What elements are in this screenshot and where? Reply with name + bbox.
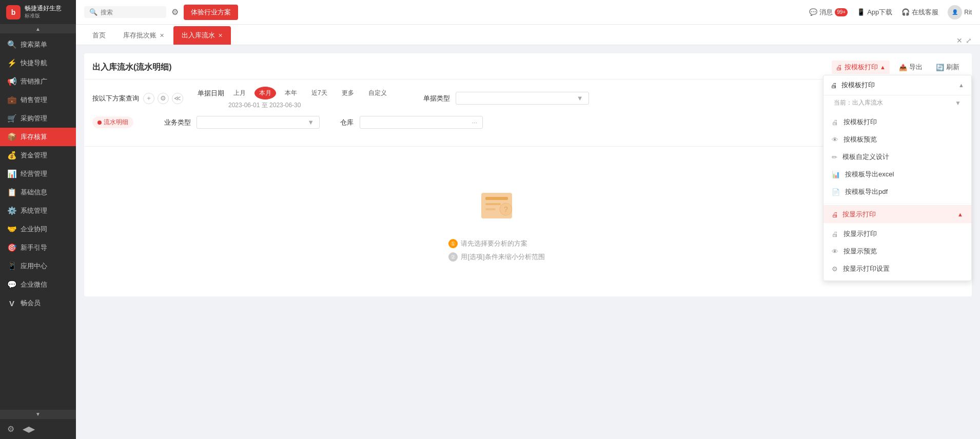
message-icon: 💬 xyxy=(809,8,817,16)
display-print-header[interactable]: 🖨 按显示打印 ▲ xyxy=(824,205,971,223)
dropdown-current: 当前：出入库流水 ▼ xyxy=(824,95,971,111)
tab-fullscreen-icon[interactable]: ⤢ xyxy=(966,36,972,45)
warehouse-label: 仓库 xyxy=(340,118,356,127)
collab-icon: 🤝 xyxy=(7,225,16,234)
sidebar-item-system[interactable]: ⚙️ 系统管理 xyxy=(0,202,76,220)
sidebar-item-marketing[interactable]: 📢 营销推广 xyxy=(0,72,76,91)
sidebar-scroll-down[interactable]: ▼ xyxy=(0,410,76,418)
tab-batch-close[interactable]: ✕ xyxy=(160,32,164,39)
warehouse-select[interactable]: ··· xyxy=(360,116,483,129)
sidebar-item-search[interactable]: 🔍 搜索菜单 xyxy=(0,35,76,54)
display-section-title: 🖨 按显示打印 xyxy=(832,210,876,219)
header-gear-icon[interactable]: ⚙ xyxy=(171,7,179,17)
display-preview-label: 按显示预览 xyxy=(844,247,877,256)
refresh-button[interactable]: 🔄 刷新 xyxy=(932,61,964,74)
display-printer-icon: 🖨 xyxy=(832,211,838,218)
warehouse-more-btn[interactable]: ··· xyxy=(472,118,477,126)
sidebar-scroll-up[interactable]: ▲ xyxy=(0,25,76,33)
sidebar-item-guide[interactable]: 🎯 新手引导 xyxy=(0,238,76,257)
display-excel-item[interactable]: 📊 按显示导出excel xyxy=(824,277,971,281)
tab-home[interactable]: 首页 xyxy=(84,26,114,45)
tab-close-all-icon[interactable]: ✕ xyxy=(956,36,963,45)
headset-icon: 🎧 xyxy=(901,8,910,16)
page-title: 出入库流水(流水明细) xyxy=(92,62,172,73)
template-excel-label: 按模板导出excel xyxy=(845,170,894,179)
tab-flow[interactable]: 出入库流水 ✕ xyxy=(173,26,231,45)
message-badge: 99+ xyxy=(835,8,848,16)
tab-batch[interactable]: 库存批次账 ✕ xyxy=(115,26,172,45)
printer-icon: 🖨 xyxy=(836,64,842,71)
message-badge-item[interactable]: 💬 消息 99+ xyxy=(809,8,848,17)
app-center-icon: 📱 xyxy=(7,262,16,271)
empty-steps: ① 请先选择要分析的方案 ② 用[选项]条件来缩小分析范围 xyxy=(448,239,544,266)
svg-rect-3 xyxy=(485,208,496,210)
date-label: 单据日期 xyxy=(198,89,226,98)
fold-sidebar-icon[interactable]: ◀▶ xyxy=(23,424,35,434)
sidebar-nav: 🔍 搜索菜单 ⚡ 快捷导航 📢 营销推广 💼 销售管理 🛒 采购管理 📦 库存核… xyxy=(0,33,76,410)
display-settings-item[interactable]: ⚙ 按显示打印设置 xyxy=(824,260,971,277)
display-print-item[interactable]: 🖨 按显示打印 xyxy=(824,225,971,243)
collapse-left-button[interactable]: ≪ xyxy=(172,93,183,104)
active-filter-tag[interactable]: 流水明细 xyxy=(92,116,133,128)
dropdown-chevron-up[interactable]: ▲ xyxy=(958,82,964,88)
template-design-item[interactable]: ✏ 模板自定义设计 xyxy=(824,148,971,166)
template-design-label: 模板自定义设计 xyxy=(842,152,889,162)
app-download-item[interactable]: 📱 App下载 xyxy=(857,8,892,17)
display-print-label: 按显示打印 xyxy=(844,229,877,238)
sidebar-item-inventory[interactable]: 📦 库存核算 xyxy=(0,128,76,146)
online-service-item[interactable]: 🎧 在线客服 xyxy=(901,8,938,17)
sidebar-item-label: 畅会员 xyxy=(21,298,41,308)
template-pdf-item[interactable]: 📄 按模板导出pdf xyxy=(824,183,971,201)
tab-flow-close[interactable]: ✕ xyxy=(218,32,223,39)
date-custom[interactable]: 自定义 xyxy=(363,87,393,99)
sidebar-item-vip[interactable]: V 畅会员 xyxy=(0,294,76,312)
message-label: 消息 xyxy=(819,8,833,17)
settings-icon[interactable]: ⚙ xyxy=(7,424,14,434)
marketing-icon: 📢 xyxy=(7,77,16,86)
tab-flow-label: 出入库流水 xyxy=(182,31,215,40)
date-current-year[interactable]: 本年 xyxy=(279,87,303,99)
display-preview-item[interactable]: 👁 按显示预览 xyxy=(824,243,971,260)
app-name: 畅捷通好生意 xyxy=(25,5,62,13)
sidebar-item-quick-nav[interactable]: ⚡ 快捷导航 xyxy=(0,54,76,72)
add-filter-button[interactable]: + xyxy=(143,93,154,104)
sidebar-item-label: 应用中心 xyxy=(21,262,47,271)
dropdown-title-area: 🖨 按模板打印 xyxy=(831,81,875,90)
search-input[interactable] xyxy=(101,9,152,16)
sidebar-item-sales[interactable]: 💼 销售管理 xyxy=(0,91,76,109)
template-print-item[interactable]: 🖨 按模板打印 xyxy=(824,113,971,131)
purchase-icon: 🛒 xyxy=(7,114,16,123)
current-chevron: ▼ xyxy=(955,99,961,107)
settings-filter-button[interactable]: ⚙ xyxy=(158,93,169,104)
display-header-label: 按显示打印 xyxy=(842,210,876,219)
sidebar-item-label: 经营管理 xyxy=(21,169,47,178)
template-preview-item[interactable]: 👁 按模板预览 xyxy=(824,131,971,148)
sidebar-item-basics[interactable]: 📋 基础信息 xyxy=(0,183,76,202)
sidebar-item-purchase[interactable]: 🛒 采购管理 xyxy=(0,109,76,128)
finance-icon: 💰 xyxy=(7,151,16,160)
top-header: 🔍 ⚙ 体验行业方案 💬 消息 99+ 📱 App下载 🎧 在线客服 👤 xyxy=(76,0,980,25)
bill-type-select[interactable]: ▼ xyxy=(456,92,589,105)
export-button[interactable]: 📤 导出 xyxy=(895,61,927,74)
business-type-filter: 业务类型 ▼ xyxy=(164,116,320,129)
trial-button[interactable]: 体验行业方案 xyxy=(184,5,238,20)
date-last-7-days[interactable]: 近7天 xyxy=(306,87,333,99)
user-avatar-area[interactable]: 👤 Rit xyxy=(948,5,972,19)
printer-sm-icon: 🖨 xyxy=(832,118,838,126)
display-print-icon: 🖨 xyxy=(832,230,838,238)
sidebar-item-collab[interactable]: 🤝 企业协同 xyxy=(0,220,76,238)
dropdown-template-section: 🖨 按模板打印 👁 按模板预览 ✏ 模板自定义设计 📊 按模板导出excel xyxy=(824,111,971,203)
active-filter-label: 流水明细 xyxy=(104,118,128,127)
sidebar-item-wecom[interactable]: 💬 企业微信 xyxy=(0,275,76,294)
sidebar-item-business[interactable]: 📊 经营管理 xyxy=(0,165,76,183)
print-template-button[interactable]: 🖨 按模板打印 ▲ xyxy=(832,61,890,74)
guide-icon: 🎯 xyxy=(7,243,16,252)
sidebar-item-finance[interactable]: 💰 资金管理 xyxy=(0,146,76,165)
date-current-month[interactable]: 本月 xyxy=(254,87,276,99)
date-more[interactable]: 更多 xyxy=(336,87,360,99)
date-last-month[interactable]: 上月 xyxy=(228,87,251,99)
header-search-box[interactable]: 🔍 xyxy=(84,6,166,18)
business-type-select[interactable]: ▼ xyxy=(197,116,320,129)
template-excel-item[interactable]: 📊 按模板导出excel xyxy=(824,166,971,183)
sidebar-item-app-center[interactable]: 📱 应用中心 xyxy=(0,257,76,275)
